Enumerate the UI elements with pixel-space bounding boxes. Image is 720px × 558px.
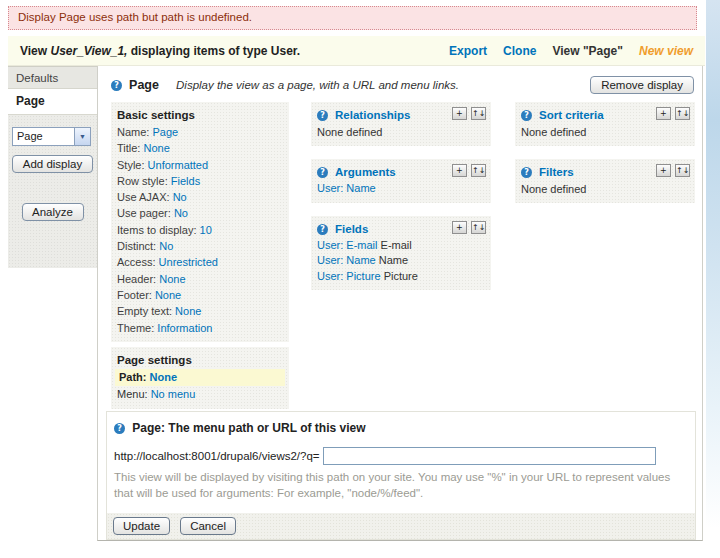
form-actions: Update Cancel [107,513,695,539]
view-title: View User_View_1, displaying items of ty… [20,44,449,58]
update-button[interactable]: Update [113,517,170,535]
setting-row: Items to display: 10 [117,222,283,238]
filters-box: + ↑↓ ? Filters None defined [515,159,695,203]
rearrange-icon[interactable]: ↑↓ [675,107,690,120]
sort-criteria-box: + ↑↓ ? Sort criteria None defined [515,102,695,146]
setting-value-link[interactable]: None [159,273,185,285]
path-input-row: http://localhost:8001/drupal6/views2/?q= [114,447,695,465]
path-setting-row: Path: None [115,369,285,386]
setting-label: Items to display: [117,224,196,236]
rearrange-icon[interactable]: ↑↓ [471,221,486,234]
display-type-select[interactable]: Page ▼ [12,127,91,146]
setting-value-link[interactable]: Unrestricted [159,256,218,268]
setting-label: Use AJAX: [117,191,170,203]
setting-value-link[interactable]: 10 [200,224,212,236]
setting-label: Row style: [117,175,168,187]
setting-row: Use AJAX: No [117,189,283,205]
arguments-box: + ↑↓ ? Arguments User: Name [311,159,491,203]
error-message-text: Display Page uses path but path is undef… [18,11,252,23]
help-icon[interactable]: ? [521,110,532,121]
help-icon[interactable]: ? [317,167,328,178]
new-view-link[interactable]: New view [639,44,693,58]
error-message: Display Page uses path but path is undef… [8,6,697,30]
field-row: User: Picture Picture [317,269,485,285]
add-icon[interactable]: + [452,164,467,177]
field-link[interactable]: User: Picture [317,270,381,282]
fields-box: + ↑↓ ? Fields User: E-mail E-mail User: … [311,216,491,291]
setting-value-link[interactable]: Information [157,322,212,334]
help-icon[interactable]: ? [317,224,328,235]
sidebar-body: Page ▼ Add display Analyze [8,115,97,268]
basic-settings-title: Basic settings [117,107,283,124]
setting-row: Access: Unrestricted [117,254,283,270]
sort-criteria-empty: None defined [521,124,689,140]
relationships-box: + ↑↓ ? Relationships None defined [311,102,491,146]
setting-value-link[interactable]: None [144,142,170,154]
box-controls: + ↑↓ [451,107,486,120]
sort-criteria-title-link[interactable]: Sort criteria [539,109,604,121]
menu-label: Menu: [117,388,148,400]
add-display-button[interactable]: Add display [12,155,93,173]
setting-label: Style: [117,159,145,171]
add-icon[interactable]: + [656,164,671,177]
field-link[interactable]: User: Name [317,254,376,266]
help-icon[interactable]: ? [521,167,532,178]
setting-value-link[interactable]: No [174,207,188,219]
setting-value-link[interactable]: No [159,240,173,252]
setting-row: Distinct: No [117,238,283,254]
views-ui-page: Display Page uses path but path is undef… [0,0,720,558]
box-controls: + ↑↓ [655,164,690,177]
relationships-title-link[interactable]: Relationships [335,109,410,121]
box-controls: + ↑↓ [655,107,690,120]
view-title-prefix: View [20,44,47,58]
clone-link[interactable]: Clone [503,44,536,58]
add-icon[interactable]: + [452,221,467,234]
view-title-suffix: displaying items of type User. [131,44,300,58]
settings-column-1: Basic settings Name: Page Title: None St… [111,102,289,422]
argument-link[interactable]: User: Name [317,182,376,194]
setting-value-link[interactable]: None [175,305,201,317]
arguments-title-link[interactable]: Arguments [335,166,396,178]
chevron-down-icon[interactable]: ▼ [74,128,90,145]
setting-value-link[interactable]: Unformatted [148,159,209,171]
setting-value-link[interactable]: Page [152,126,178,138]
field-label: E-mail [381,239,412,251]
path-value-link[interactable]: None [150,371,178,383]
box-controls: + ↑↓ [451,164,486,177]
add-icon[interactable]: + [452,107,467,120]
setting-row: Theme: Information [117,320,283,336]
field-link[interactable]: User: E-mail [317,239,378,251]
setting-label: Theme: [117,322,154,334]
add-icon[interactable]: + [656,107,671,120]
cancel-button[interactable]: Cancel [180,517,236,535]
path-input[interactable] [323,447,656,465]
setting-label: Footer: [117,289,152,301]
help-icon[interactable]: ? [114,423,125,434]
menu-value-link[interactable]: No menu [151,388,196,400]
setting-label: Access: [117,256,156,268]
help-icon[interactable]: ? [111,80,122,91]
setting-value-link[interactable]: None [155,289,181,301]
rearrange-icon[interactable]: ↑↓ [471,107,486,120]
setting-value-link[interactable]: Fields [171,175,200,187]
display-description: Display the view as a page, with a URL a… [176,79,459,91]
settings-column-2: + ↑↓ ? Relationships None defined + ↑↓ ?… [311,102,491,303]
setting-label: Header: [117,273,156,285]
help-icon[interactable]: ? [317,110,328,121]
fields-title-link[interactable]: Fields [335,223,368,235]
setting-row: Style: Unformatted [117,157,283,173]
setting-value-link[interactable]: No [173,191,187,203]
view-actions: Export Clone View "Page" New view [449,44,693,58]
setting-label: Name: [117,126,149,138]
remove-display-button[interactable]: Remove display [590,76,694,94]
setting-row: Empty text: None [117,303,283,319]
rearrange-icon[interactable]: ↑↓ [675,164,690,177]
analyze-button[interactable]: Analyze [22,203,84,221]
tab-page[interactable]: Page [8,89,97,115]
display-type-select-value: Page [13,128,74,145]
rearrange-icon[interactable]: ↑↓ [471,164,486,177]
view-page-link[interactable]: View "Page" [552,44,623,58]
export-link[interactable]: Export [449,44,487,58]
filters-title-link[interactable]: Filters [539,166,574,178]
tab-defaults[interactable]: Defaults [8,66,97,89]
